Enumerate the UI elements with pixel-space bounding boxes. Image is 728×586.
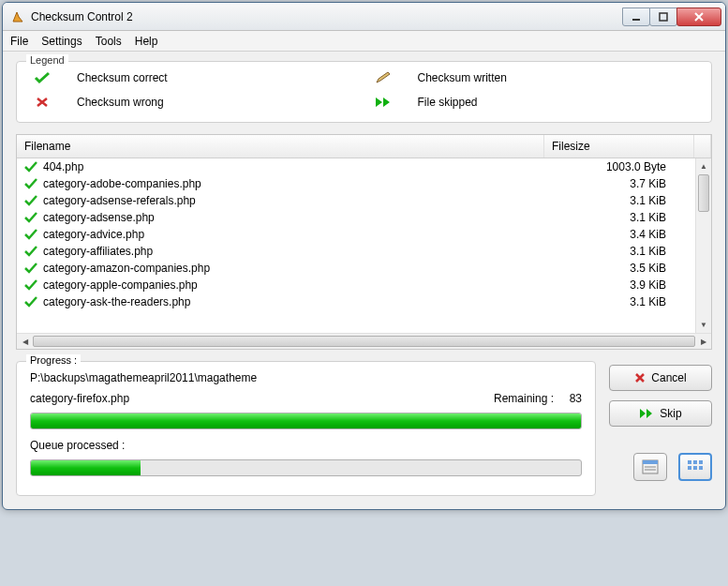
row-filename: category-apple-companies.php	[43, 278, 554, 292]
row-filename: category-adsense.php	[43, 211, 554, 224]
window-buttons	[623, 8, 721, 26]
table-row[interactable]: category-ask-the-readers.php3.1 KiB	[17, 293, 711, 310]
table-row[interactable]: category-affiliates.php3.1 KiB	[17, 243, 711, 260]
row-filename: category-adsense-referals.php	[43, 194, 554, 207]
row-filesize: 3.1 KiB	[554, 194, 704, 207]
scroll-right-arrow-icon[interactable]: ▶	[695, 338, 711, 346]
table-row[interactable]: category-adobe-companies.php3.7 KiB	[17, 175, 711, 192]
row-filesize: 1003.0 Byte	[554, 160, 704, 173]
app-icon	[10, 9, 25, 24]
horizontal-scrollbar[interactable]: ◀ ▶	[17, 333, 711, 349]
queue-progress-bar	[30, 459, 582, 476]
row-filesize: 3.1 KiB	[554, 211, 704, 224]
check-correct-icon	[34, 71, 62, 84]
table-row[interactable]: category-adsense-referals.php3.1 KiB	[17, 192, 711, 209]
row-filename: category-amazon-companies.php	[43, 262, 554, 275]
file-progress-bar	[30, 413, 582, 429]
skip-button-icon	[639, 408, 654, 419]
progress-path: P:\backups\magathemeapril2011\magatheme	[30, 371, 257, 384]
remaining-count: 83	[554, 392, 582, 405]
row-filesize: 3.1 KiB	[554, 295, 704, 308]
legend-title: Legend	[26, 54, 68, 66]
table-row[interactable]: 404.php1003.0 Byte	[17, 158, 711, 175]
menu-help[interactable]: Help	[135, 35, 158, 48]
check-correct-icon	[24, 246, 39, 257]
check-correct-icon	[24, 279, 39, 291]
menu-tools[interactable]: Tools	[96, 35, 122, 48]
current-file: category-firefox.php	[30, 392, 129, 405]
progress-title: Progress :	[26, 354, 81, 366]
legend-skipped-label: File skipped	[418, 96, 701, 109]
row-filename: category-advice.php	[43, 228, 554, 241]
row-filename: category-adobe-companies.php	[43, 177, 554, 190]
menubar: File Settings Tools Help	[3, 31, 725, 52]
window-title: Checksum Control 2	[31, 10, 623, 23]
file-listview[interactable]: Filename Filesize 404.php1003.0 Bytecate…	[16, 134, 712, 350]
action-buttons: Cancel Skip	[609, 361, 712, 496]
bottom-panel: Progress : P:\backups\magathemeapril2011…	[16, 361, 712, 496]
skip-button[interactable]: Skip	[609, 400, 712, 427]
svg-rect-8	[699, 460, 703, 464]
list-header: Filename Filesize	[17, 135, 711, 158]
column-filename[interactable]: Filename	[17, 135, 544, 158]
check-correct-icon	[24, 195, 39, 206]
menu-file[interactable]: File	[10, 35, 28, 48]
legend-wrong-label: Checksum wrong	[77, 96, 360, 109]
titlebar[interactable]: Checksum Control 2	[3, 3, 725, 31]
svg-rect-3	[643, 460, 658, 464]
row-filename: category-affiliates.php	[43, 245, 554, 258]
column-scrollbar-spacer	[694, 135, 711, 158]
table-row[interactable]: category-apple-companies.php3.9 KiB	[17, 277, 711, 293]
cancel-label: Cancel	[651, 371, 686, 384]
svg-rect-6	[688, 460, 691, 464]
client-area: Legend Checksum correct Checksum written…	[3, 52, 725, 509]
hscroll-thumb[interactable]	[33, 336, 695, 347]
row-filesize: 3.9 KiB	[554, 278, 704, 292]
check-correct-icon	[24, 161, 39, 173]
cancel-button[interactable]: Cancel	[609, 365, 712, 391]
pencil-icon	[375, 71, 403, 84]
row-filename: 404.php	[43, 160, 554, 173]
check-correct-icon	[24, 263, 39, 274]
skip-label: Skip	[660, 407, 681, 420]
row-filesize: 3.1 KiB	[554, 245, 704, 258]
svg-rect-1	[660, 13, 667, 21]
row-filesize: 3.4 KiB	[554, 228, 704, 241]
scroll-thumb[interactable]	[698, 174, 709, 212]
cancel-icon	[634, 372, 646, 383]
view-grid-button[interactable]	[678, 453, 712, 481]
svg-rect-9	[688, 466, 691, 470]
scroll-down-arrow-icon[interactable]: ▼	[696, 317, 711, 333]
scroll-track[interactable]	[696, 174, 711, 317]
svg-rect-11	[699, 466, 703, 470]
table-row[interactable]: category-advice.php3.4 KiB	[17, 226, 711, 243]
row-filesize: 3.5 KiB	[554, 262, 704, 275]
legend-correct-label: Checksum correct	[77, 71, 360, 84]
table-row[interactable]: category-adsense.php3.1 KiB	[17, 209, 711, 226]
app-window: Checksum Control 2 File Settings Tools H…	[2, 2, 726, 510]
scroll-left-arrow-icon[interactable]: ◀	[17, 338, 33, 346]
queue-label: Queue processed :	[30, 439, 125, 452]
vertical-scrollbar[interactable]: ▲ ▼	[695, 158, 711, 333]
hscroll-track[interactable]	[33, 334, 695, 349]
close-button[interactable]	[676, 8, 721, 26]
row-filesize: 3.7 KiB	[554, 177, 704, 190]
svg-rect-7	[693, 460, 697, 464]
legend-groupbox: Legend Checksum correct Checksum written…	[16, 61, 712, 123]
grid-view-icon	[687, 459, 704, 474]
check-correct-icon	[24, 296, 39, 308]
scroll-up-arrow-icon[interactable]: ▲	[696, 158, 711, 174]
minimize-button[interactable]	[622, 8, 650, 26]
check-correct-icon	[24, 178, 39, 189]
row-filename: category-ask-the-readers.php	[43, 295, 554, 308]
cross-wrong-icon	[34, 96, 62, 109]
skip-icon	[375, 96, 403, 109]
column-filesize[interactable]: Filesize	[544, 135, 694, 158]
svg-rect-0	[632, 19, 640, 21]
menu-settings[interactable]: Settings	[41, 35, 82, 48]
maximize-button[interactable]	[649, 8, 677, 26]
svg-rect-10	[693, 466, 697, 470]
table-row[interactable]: category-amazon-companies.php3.5 KiB	[17, 260, 711, 277]
legend-written-label: Checksum written	[418, 71, 701, 84]
view-details-button[interactable]	[633, 453, 667, 481]
